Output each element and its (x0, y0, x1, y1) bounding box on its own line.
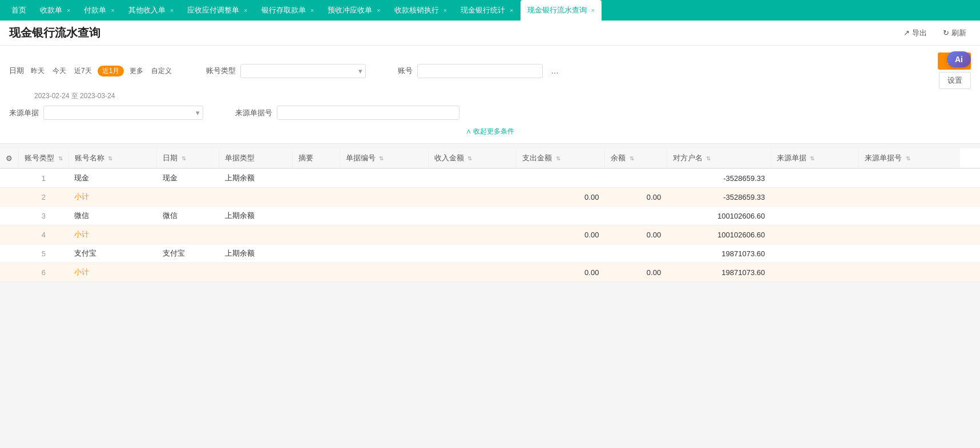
nav-label-receipt: 收款单 (40, 5, 62, 15)
refresh-button[interactable]: ↻ 刷新 (938, 26, 971, 41)
table-col-doc-no[interactable]: 单据编号 ⇅ (340, 148, 428, 168)
table-col-source-doc[interactable]: 来源单据 ⇅ (771, 148, 859, 168)
row-number: 6 (19, 263, 69, 282)
row-gear-cell (0, 244, 19, 263)
close-icon[interactable]: × (244, 7, 247, 14)
close-icon[interactable]: × (443, 7, 447, 14)
close-icon[interactable]: × (591, 7, 595, 14)
date-opt-1month[interactable]: 近1月 (98, 66, 124, 76)
table-col-source-doc-no[interactable]: 来源单据号 ⇅ (859, 148, 960, 168)
nav-item-adjustment[interactable]: 应收应付调整单 × (180, 0, 254, 21)
account-type-label: 账号类型 (206, 66, 236, 76)
close-icon[interactable]: × (510, 7, 513, 14)
date-range-display: 2023-02-24 至 2023-03-24 (34, 92, 115, 100)
table-body: 1现金现金上期余额-3528659.332小计0.000.00-3528659.… (0, 168, 980, 282)
table-row: 2小计0.000.00-3528659.33 (0, 188, 980, 207)
table-col-expense[interactable]: 支出金额 ⇅ (517, 148, 605, 168)
table-header-row: ⚙ 账号类型 ⇅ 账号名称 ⇅ 日期 ⇅ 单据类型 摘要 (0, 148, 980, 168)
nav-item-payment[interactable]: 付款单 × (77, 0, 121, 21)
close-icon[interactable]: × (310, 7, 314, 14)
close-icon[interactable]: × (111, 7, 114, 14)
nav-item-verify[interactable]: 收款核销执行 × (388, 0, 454, 21)
top-navigation: 首页 收款单 × 付款单 × 其他收入单 × 应收应付调整单 × 银行存取款单 … (0, 0, 980, 21)
row-gear-cell (0, 225, 19, 244)
cell-date: 上期余额 (219, 168, 293, 188)
cell-source-doc (859, 207, 960, 225)
nav-item-bank-deposit[interactable]: 银行存取款单 × (255, 0, 321, 21)
nav-item-receipt[interactable]: 收款单 × (33, 0, 77, 21)
settings-button[interactable]: 设置 (939, 72, 971, 89)
cell-income (517, 168, 605, 188)
cell-counterpart (771, 244, 859, 263)
data-table: ⚙ 账号类型 ⇅ 账号名称 ⇅ 日期 ⇅ 单据类型 摘要 (0, 148, 980, 282)
cell-balance: -3528659.33 (667, 168, 771, 188)
date-opt-today[interactable]: 今天 (50, 66, 68, 76)
nav-item-other-income[interactable]: 其他收入单 × (122, 0, 180, 21)
filter-area: 日期 昨天 今天 近7天 近1月 更多 自定义 账号类型 ▾ 账号 (0, 46, 980, 144)
source-doc-select[interactable] (43, 106, 203, 120)
account-input[interactable] (417, 64, 543, 78)
date-options: 昨天 今天 近7天 近1月 更多 自定义 (29, 66, 174, 76)
cell-account-type: 小计 (68, 263, 157, 282)
cell-balance: -3528659.33 (667, 188, 771, 207)
nav-item-home[interactable]: 首页 (5, 0, 33, 21)
source-doc-no-input[interactable] (277, 106, 459, 120)
table-col-gear[interactable]: ⚙ (0, 148, 19, 168)
row-number: 1 (19, 168, 69, 188)
date-opt-custom[interactable]: 自定义 (149, 66, 174, 76)
sort-icon: ⇅ (58, 155, 63, 162)
cell-summary (340, 225, 428, 244)
table-col-doc-type[interactable]: 单据类型 (219, 148, 293, 168)
account-dots-button[interactable]: ... (547, 64, 562, 77)
cell-date (219, 263, 293, 282)
cell-account-name: 支付宝 (157, 244, 219, 263)
export-label: 导出 (912, 28, 927, 38)
sort-icon: ⇅ (810, 155, 814, 162)
table-col-date[interactable]: 日期 ⇅ (157, 148, 219, 168)
nav-label-prepay: 预收冲应收单 (328, 5, 372, 15)
close-icon[interactable]: × (170, 7, 174, 14)
col-label-account-name: 账号名称 (75, 154, 104, 162)
close-icon[interactable]: × (377, 7, 380, 14)
table-col-counterpart[interactable]: 对方户名 ⇅ (667, 148, 771, 168)
table-col-balance[interactable]: 余额 ⇅ (604, 148, 667, 168)
collapse-bar[interactable]: ∧ 收起更多条件 (9, 124, 971, 139)
col-label-income: 收入金额 (434, 154, 464, 162)
cell-date: 上期余额 (219, 244, 293, 263)
account-filter-group: 账号 ... (398, 64, 562, 78)
export-button[interactable]: ↗ 导出 (899, 26, 931, 41)
date-opt-more[interactable]: 更多 (127, 66, 146, 76)
cell-balance: 100102606.60 (667, 225, 771, 244)
cell-expense: 0.00 (604, 188, 667, 207)
cell-counterpart (771, 207, 859, 225)
cell-summary (340, 188, 428, 207)
cell-source-doc (859, 244, 960, 263)
col-label-summary: 摘要 (299, 154, 313, 162)
table-col-summary[interactable]: 摘要 (292, 148, 340, 168)
table-col-account-type[interactable]: 账号类型 ⇅ (19, 148, 69, 168)
nav-item-stats[interactable]: 现金银行统计 × (454, 0, 520, 21)
page-header: 现金银行流水查询 ↗ 导出 ↻ 刷新 (0, 21, 980, 46)
source-doc-no-label: 来源单据号 (235, 108, 272, 118)
row-gear-cell (0, 188, 19, 207)
cell-income: 0.00 (517, 188, 605, 207)
col-label-source-doc-no: 来源单据号 (865, 154, 902, 162)
table-col-account-name[interactable]: 账号名称 ⇅ (68, 148, 157, 168)
account-type-filter-group: 账号类型 ▾ (206, 64, 366, 78)
close-icon[interactable]: × (67, 7, 70, 14)
collapse-up-icon: ∧ (466, 127, 471, 135)
cell-expense (604, 207, 667, 225)
cell-account-name (157, 263, 219, 282)
nav-item-prepay[interactable]: 预收冲应收单 × (321, 0, 387, 21)
table-col-income[interactable]: 收入金额 ⇅ (428, 148, 517, 168)
cell-doc-type (292, 244, 340, 263)
cell-expense: 0.00 (604, 263, 667, 282)
ai-button[interactable]: Ai (947, 51, 971, 67)
cell-counterpart (771, 263, 859, 282)
account-type-select[interactable] (240, 64, 366, 78)
nav-item-flow-query[interactable]: 现金银行流水查询 × (521, 0, 602, 21)
date-opt-yesterday[interactable]: 昨天 (29, 66, 47, 76)
date-opt-7days[interactable]: 近7天 (72, 66, 94, 76)
cell-doc-type (292, 207, 340, 225)
col-label-doc-no: 单据编号 (346, 154, 376, 162)
